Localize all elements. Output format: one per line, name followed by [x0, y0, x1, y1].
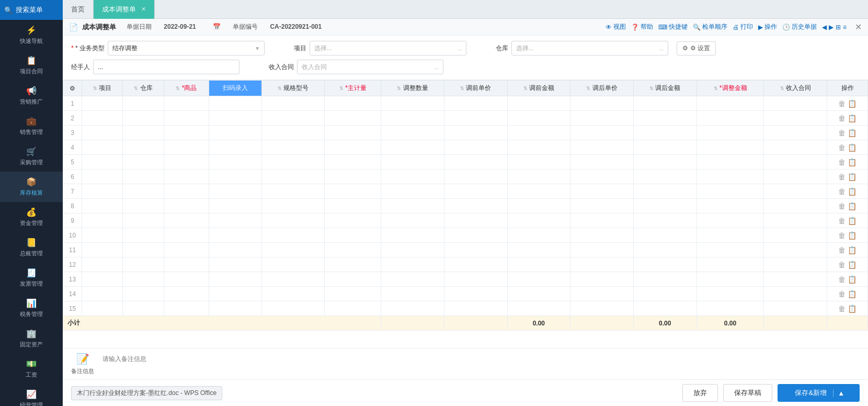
copy-row-icon[interactable]: 📋: [848, 158, 856, 166]
delete-row-icon[interactable]: 🗑: [838, 129, 846, 137]
cell-spec[interactable]: [261, 228, 325, 243]
handler-input[interactable]: ...: [93, 60, 239, 74]
cell-post-price[interactable]: [570, 96, 634, 111]
delete-row-icon[interactable]: 🗑: [838, 304, 846, 313]
sidebar-item-inventory[interactable]: 📦 库存核算: [0, 172, 63, 202]
cell-product[interactable]: [164, 111, 209, 126]
delete-row-icon[interactable]: 🗑: [838, 114, 846, 122]
cell-qty[interactable]: [381, 170, 444, 184]
cell-scan[interactable]: [209, 257, 262, 272]
cell-adj-amount[interactable]: [696, 126, 764, 140]
cell-pre-amount[interactable]: [507, 287, 570, 301]
cell-spec[interactable]: [261, 140, 325, 155]
delete-row-icon[interactable]: 🗑: [838, 246, 846, 254]
cell-income-contract[interactable]: [764, 272, 827, 287]
cell-unit[interactable]: [325, 111, 381, 126]
cell-project[interactable]: [82, 170, 123, 184]
cell-qty[interactable]: [381, 287, 444, 301]
cell-product[interactable]: [164, 140, 209, 155]
cell-qty[interactable]: [381, 257, 444, 272]
copy-row-icon[interactable]: 📋: [848, 99, 856, 108]
cell-spec[interactable]: [261, 272, 325, 287]
cell-spec[interactable]: [261, 170, 325, 184]
cell-pre-price[interactable]: [444, 272, 507, 287]
cell-income-contract[interactable]: [764, 257, 827, 272]
cell-unit[interactable]: [325, 272, 381, 287]
cell-adj-amount[interactable]: [696, 301, 764, 316]
cell-warehouse[interactable]: [123, 301, 164, 316]
cell-income-contract[interactable]: [764, 126, 827, 140]
copy-row-icon[interactable]: 📋: [848, 202, 856, 210]
copy-row-icon[interactable]: 📋: [848, 217, 856, 225]
cell-project[interactable]: [82, 228, 123, 243]
cell-post-price[interactable]: [570, 272, 634, 287]
cell-project[interactable]: [82, 213, 123, 228]
delete-row-icon[interactable]: 🗑: [838, 143, 846, 152]
copy-row-icon[interactable]: 📋: [848, 246, 856, 254]
cell-pre-price[interactable]: [444, 96, 507, 111]
cell-pre-amount[interactable]: [507, 111, 570, 126]
cell-product[interactable]: [164, 272, 209, 287]
tab-home[interactable]: 首页: [63, 0, 94, 19]
cell-pre-price[interactable]: [444, 126, 507, 140]
cell-spec[interactable]: [261, 155, 325, 170]
cell-warehouse[interactable]: [123, 199, 164, 213]
cell-income-contract[interactable]: [764, 170, 827, 184]
cell-income-contract[interactable]: [764, 199, 827, 213]
cell-pre-price[interactable]: [444, 301, 507, 316]
cell-post-amount[interactable]: [633, 155, 696, 170]
cell-pre-price[interactable]: [444, 257, 507, 272]
cell-project[interactable]: [82, 272, 123, 287]
sidebar-item-purchase[interactable]: 🛒 采购管理: [0, 141, 63, 172]
copy-row-icon[interactable]: 📋: [848, 290, 856, 298]
project-input[interactable]: 选择... ...: [310, 41, 466, 55]
cell-adj-amount[interactable]: [696, 213, 764, 228]
cell-pre-amount[interactable]: [507, 199, 570, 213]
history-action[interactable]: 🕒 历史单据: [782, 22, 817, 31]
operate-action[interactable]: ▶ 操作: [758, 22, 777, 31]
cell-scan[interactable]: [209, 228, 262, 243]
cell-warehouse[interactable]: [123, 126, 164, 140]
cell-post-amount[interactable]: [633, 243, 696, 257]
delete-row-icon[interactable]: 🗑: [838, 231, 846, 240]
tab-cost-adjust[interactable]: 成本调整单 ✕: [94, 0, 155, 19]
cell-adj-amount[interactable]: [696, 287, 764, 301]
col-post-amount[interactable]: ⇅ 调后金额: [633, 81, 696, 96]
cell-post-price[interactable]: [570, 184, 634, 199]
cell-pre-amount[interactable]: [507, 257, 570, 272]
cell-product[interactable]: [164, 126, 209, 140]
cell-unit[interactable]: [325, 301, 381, 316]
tab-close-icon[interactable]: ✕: [141, 6, 146, 13]
cell-scan[interactable]: [209, 243, 262, 257]
help-action[interactable]: ❓ 帮助: [631, 22, 653, 31]
cell-scan[interactable]: [209, 140, 262, 155]
cell-income-contract[interactable]: [764, 287, 827, 301]
cell-project[interactable]: [82, 184, 123, 199]
review-action[interactable]: 🔍 检单顺序: [693, 22, 727, 31]
cell-adj-amount[interactable]: [696, 272, 764, 287]
table-settings-col[interactable]: ⚙: [63, 81, 82, 96]
cell-qty[interactable]: [381, 243, 444, 257]
sidebar-item-quick-nav[interactable]: ⚡ 快速导航: [0, 20, 63, 50]
col-pre-amount[interactable]: ⇅ 调前金额: [507, 81, 570, 96]
cell-qty[interactable]: [381, 126, 444, 140]
settings-button[interactable]: ⚙ ⚙ 设置: [677, 41, 716, 55]
print-action[interactable]: 🖨 打印: [733, 22, 753, 31]
cell-post-amount[interactable]: [633, 140, 696, 155]
cell-post-price[interactable]: [570, 287, 634, 301]
col-scan[interactable]: 扫码录入: [209, 81, 262, 96]
business-type-input[interactable]: 结存调整 ▼: [108, 41, 265, 55]
cell-scan[interactable]: [209, 287, 262, 301]
cell-adj-amount[interactable]: [696, 199, 764, 213]
cell-pre-amount[interactable]: [507, 126, 570, 140]
cell-pre-price[interactable]: [444, 199, 507, 213]
cell-post-price[interactable]: [570, 111, 634, 126]
delete-row-icon[interactable]: 🗑: [838, 290, 846, 298]
cell-qty[interactable]: [381, 228, 444, 243]
cell-adj-amount[interactable]: [696, 228, 764, 243]
cell-adj-amount[interactable]: [696, 170, 764, 184]
sidebar-item-ops[interactable]: 📈 经营管理: [0, 384, 63, 406]
sidebar-item-finance[interactable]: 💰 资金管理: [0, 202, 63, 232]
cell-post-amount[interactable]: [633, 96, 696, 111]
cell-post-amount[interactable]: [633, 257, 696, 272]
